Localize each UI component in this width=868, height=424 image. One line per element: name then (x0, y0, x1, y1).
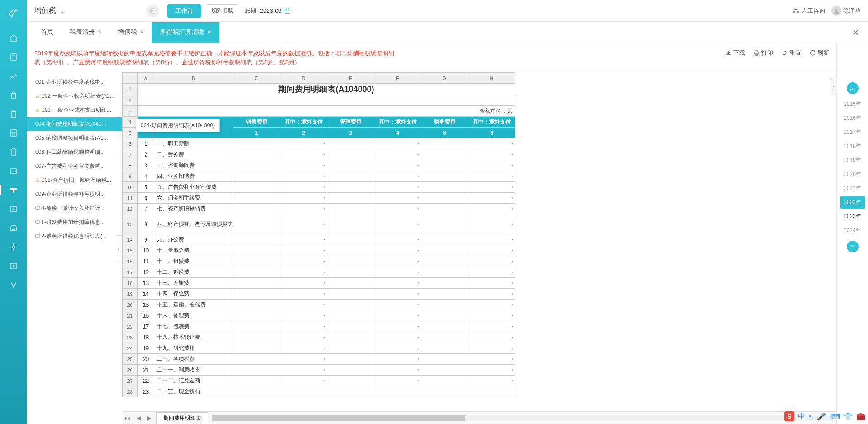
data-cell[interactable] (233, 289, 280, 300)
data-cell[interactable]: * (468, 310, 515, 321)
row-header[interactable]: 20 (123, 300, 138, 310)
data-cell[interactable]: * (280, 256, 327, 267)
data-cell[interactable] (233, 310, 280, 321)
form-list-item[interactable]: 005-纳税调整项目明细表(A1... (27, 131, 122, 145)
year-item[interactable]: 2024年 (840, 224, 865, 237)
sheet-scroll[interactable]: ABCDEFGH1期间费用明细表(A104000)23金额单位：元4行次项目销售… (122, 72, 836, 411)
data-cell[interactable] (233, 321, 280, 332)
column-header[interactable]: G (421, 73, 468, 84)
data-cell[interactable]: * (468, 376, 515, 386)
switch-old-button[interactable]: 切到旧版 (207, 4, 238, 17)
data-cell[interactable] (327, 386, 374, 397)
data-cell[interactable] (421, 289, 468, 300)
ime-badge[interactable]: S (784, 411, 794, 421)
year-item[interactable]: 2018年 (840, 140, 865, 153)
data-cell[interactable]: * (374, 343, 421, 354)
ime-toolbox-icon[interactable]: 🧰 (856, 412, 865, 421)
data-cell[interactable]: * (374, 182, 421, 193)
data-cell[interactable] (327, 289, 374, 300)
form-list-item[interactable]: 006-职工薪酬纳税调整明细... (27, 145, 122, 159)
data-cell[interactable] (374, 386, 421, 397)
data-cell[interactable] (233, 138, 280, 149)
nav-home-icon[interactable] (8, 33, 19, 43)
data-cell[interactable] (233, 256, 280, 267)
data-cell[interactable]: * (468, 214, 515, 234)
nav-calc-icon[interactable] (8, 128, 19, 138)
user-menu[interactable]: 徐泽华 (831, 6, 861, 16)
data-cell[interactable]: * (280, 289, 327, 300)
data-cell[interactable] (421, 365, 468, 376)
close-icon[interactable]: ✕ (140, 29, 144, 35)
data-cell[interactable] (327, 343, 374, 354)
data-cell[interactable] (233, 267, 280, 278)
form-list-item[interactable]: 007-广告费和业务宣传费跨... (27, 159, 122, 173)
sheet-nav-prev[interactable]: ◀ (133, 415, 144, 421)
data-cell[interactable] (421, 343, 468, 354)
form-list-item[interactable]: 011-研发费用加计扣除优惠... (27, 215, 122, 229)
workbench-button[interactable]: 工作台 (167, 4, 201, 18)
tab-home[interactable]: 首页 (33, 22, 61, 43)
form-list-item[interactable]: 004-期间费用明细表(A1040... (27, 117, 122, 131)
row-header[interactable]: 25 (123, 354, 138, 365)
data-cell[interactable] (421, 321, 468, 332)
company-selector[interactable]: 增值税 ⌄ (34, 6, 143, 15)
data-cell[interactable]: * (468, 171, 515, 182)
expand-handle[interactable]: › (830, 77, 836, 95)
nav-play-icon[interactable] (8, 261, 19, 272)
data-cell[interactable]: * (468, 354, 515, 365)
data-cell[interactable]: * (280, 332, 327, 343)
data-cell[interactable] (327, 193, 374, 204)
data-cell[interactable]: * (468, 256, 515, 267)
data-cell[interactable]: * (280, 376, 327, 386)
year-item[interactable]: 2023年 (840, 210, 865, 223)
column-header[interactable]: D (280, 73, 327, 84)
data-cell[interactable] (421, 310, 468, 321)
data-cell[interactable] (327, 256, 374, 267)
sheet-nav-next[interactable]: ▶ (144, 415, 155, 421)
data-cell[interactable]: * (374, 149, 421, 160)
nav-settings-icon[interactable] (8, 242, 19, 252)
row-header[interactable]: 17 (123, 267, 138, 278)
data-cell[interactable]: * (280, 214, 327, 234)
column-header[interactable]: E (327, 73, 374, 84)
refresh-button[interactable]: 刷新 (809, 49, 829, 57)
data-cell[interactable]: * (280, 310, 327, 321)
data-cell[interactable] (233, 332, 280, 343)
data-cell[interactable]: * (468, 321, 515, 332)
data-cell[interactable]: * (468, 149, 515, 160)
ime-lang[interactable]: 中 (798, 412, 805, 421)
data-cell[interactable]: * (280, 182, 327, 193)
data-cell[interactable]: * (280, 149, 327, 160)
data-cell[interactable]: * (468, 332, 515, 343)
year-scroll-up[interactable]: ︽ (847, 82, 859, 94)
data-cell[interactable] (233, 204, 280, 214)
data-cell[interactable]: * (280, 245, 327, 256)
data-cell[interactable]: * (280, 343, 327, 354)
print-button[interactable]: 打印 (753, 49, 773, 57)
data-cell[interactable]: * (468, 365, 515, 376)
data-cell[interactable] (421, 171, 468, 182)
row-header[interactable]: 1 (123, 84, 138, 95)
data-cell[interactable]: * (280, 193, 327, 204)
ime-punct-icon[interactable]: •, (809, 412, 813, 420)
data-cell[interactable]: * (374, 267, 421, 278)
data-cell[interactable]: * (374, 332, 421, 343)
data-cell[interactable] (233, 300, 280, 310)
column-header[interactable]: C (233, 73, 280, 84)
row-header[interactable]: 27 (123, 376, 138, 386)
data-cell[interactable]: * (468, 289, 515, 300)
nav-v-icon[interactable] (8, 280, 19, 291)
horizontal-scrollbar[interactable] (212, 415, 833, 421)
data-cell[interactable] (233, 160, 280, 171)
data-cell[interactable]: * (374, 160, 421, 171)
form-list-item[interactable]: 009-企业所得税弥补亏损明... (27, 187, 122, 201)
data-cell[interactable] (421, 267, 468, 278)
data-cell[interactable] (421, 149, 468, 160)
data-cell[interactable] (233, 376, 280, 386)
data-cell[interactable]: * (280, 267, 327, 278)
data-cell[interactable]: * (468, 278, 515, 289)
tab-vat[interactable]: 增值税✕ (110, 22, 152, 43)
data-cell[interactable] (233, 193, 280, 204)
data-cell[interactable] (421, 204, 468, 214)
data-cell[interactable] (421, 214, 468, 234)
